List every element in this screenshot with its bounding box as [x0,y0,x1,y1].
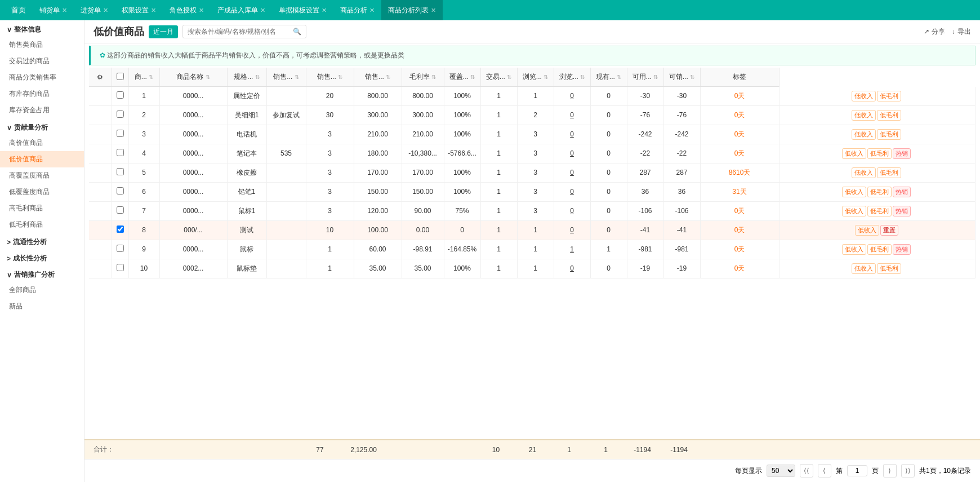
row-checkbox[interactable] [117,110,124,118]
per-page-select[interactable]: 50 100 [767,465,795,477]
sidebar-item-high-value[interactable]: 高价值商品 [0,135,84,151]
col-settings[interactable]: ⚙ [89,68,112,87]
row-checkbox[interactable] [117,91,124,99]
close-analysis-icon[interactable]: ✕ [369,7,375,14]
row-checkbox-cell[interactable] [112,87,128,106]
row-checkbox[interactable] [117,187,124,194]
prev-page-button[interactable]: ⟨ [818,464,831,477]
sidebar-section-contribution[interactable]: ∨ 贡献量分析 [0,118,84,135]
sidebar-item-sales-products[interactable]: 销售类商品 [0,37,84,53]
sidebar-item-stock-products[interactable]: 有库存的商品 [0,86,84,102]
search-box[interactable]: 🔍 [182,25,306,38]
col-coverage[interactable]: 覆盖... ⇅ [444,68,480,87]
row-transactions: 3 [517,201,554,220]
nav-purchase[interactable]: 进货单 ✕ [74,0,115,20]
col-spec[interactable]: 规格... ⇅ [227,68,266,87]
col-sales-gross[interactable]: 销售... ⇅ [354,68,402,87]
sidebar-item-stock-capital[interactable]: 库存资金占用 [0,102,84,118]
row-browse2: 0 [590,105,627,125]
nav-template[interactable]: 单据模板设置 ✕ [272,0,333,20]
close-purchase-icon[interactable]: ✕ [103,7,108,14]
sidebar-section-marketing[interactable]: ∨ 营销推广分析 [0,266,84,282]
row-checkbox[interactable] [117,149,124,156]
sidebar-item-low-margin[interactable]: 低毛利商品 [0,216,84,233]
row-id: 3 [128,125,159,144]
row-browse1[interactable]: 0 [554,201,590,220]
nav-sales[interactable]: 销货单 ✕ [33,0,74,20]
sidebar-section-overall[interactable]: ∨ 整体信息 [0,20,84,37]
nav-product-in[interactable]: 产成品入库单 ✕ [211,0,272,20]
row-browse1[interactable]: 0 [554,105,590,125]
row-name: 测试 [227,220,266,240]
export-button[interactable]: ↓ 导出 [952,27,971,37]
col-sellable[interactable]: 可销... ⇅ [663,68,700,87]
col-available[interactable]: 可用... ⇅ [627,68,663,87]
nav-product-analysis[interactable]: 商品分析 ✕ [333,0,381,20]
share-button[interactable]: ↗ 分享 [924,27,945,37]
row-checkbox-cell[interactable] [112,163,128,182]
row-checkbox[interactable] [117,130,124,137]
row-browse1[interactable]: 0 [554,87,590,106]
next-page-button[interactable]: ⟩ [883,464,897,477]
close-analysis-list-icon[interactable]: ✕ [431,7,436,14]
col-checkbox[interactable] [112,68,128,87]
col-transactions[interactable]: 交易... ⇅ [480,68,517,87]
row-checkbox-cell[interactable] [112,144,128,163]
page-input[interactable] [847,465,867,476]
col-sales-amount[interactable]: 销售... ⇅ [306,68,354,87]
row-checkbox[interactable] [117,245,124,252]
close-role-icon[interactable]: ✕ [199,7,204,14]
col-tags[interactable]: 标签 [700,68,779,87]
sidebar-item-high-margin[interactable]: 高毛利商品 [0,200,84,216]
col-num[interactable]: 商... ⇅ [128,68,159,87]
sidebar-section-growth[interactable]: > 成长性分析 [0,249,84,266]
row-checkbox-cell[interactable] [112,201,128,220]
row-browse1[interactable]: 0 [554,259,590,278]
col-current-stock[interactable]: 现有... ⇅ [590,68,627,87]
date-filter-button[interactable]: 近一月 [149,25,178,38]
close-sales-icon[interactable]: ✕ [62,7,67,14]
row-checkbox-cell[interactable] [112,125,128,144]
col-sales-qty[interactable]: 销售... ⇅ [266,68,306,87]
sidebar-item-low-value[interactable]: 低价值商品 [0,151,84,167]
col-gross-rate[interactable]: 毛利率 ⇅ [402,68,444,87]
row-checkbox[interactable] [117,206,124,214]
row-checkbox-cell[interactable] [112,220,128,240]
sidebar-item-high-coverage[interactable]: 高覆盖度商品 [0,167,84,184]
close-template-icon[interactable]: ✕ [322,7,327,14]
nav-role-auth[interactable]: 角色授权 ✕ [163,0,211,20]
nav-permissions[interactable]: 权限设置 ✕ [115,0,163,20]
row-browse2: 0 [590,182,627,201]
close-permissions-icon[interactable]: ✕ [151,7,156,14]
search-input[interactable] [188,28,291,36]
sidebar-item-new-products[interactable]: 新品 [0,298,84,315]
row-checkbox[interactable] [117,168,124,175]
sidebar-item-traded-products[interactable]: 交易过的商品 [0,53,84,69]
select-all-checkbox[interactable] [117,73,124,80]
col-browse2[interactable]: 浏览... ⇅ [554,68,590,87]
sidebar-item-low-coverage[interactable]: 低覆盖度商品 [0,184,84,200]
row-checkbox-cell[interactable] [112,182,128,201]
row-browse1[interactable]: 0 [554,163,590,182]
row-browse1[interactable]: 0 [554,144,590,163]
col-browse1[interactable]: 浏览... ⇅ [517,68,554,87]
row-checkbox[interactable] [117,225,124,233]
row-checkbox[interactable] [117,264,124,271]
row-browse1[interactable]: 0 [554,182,590,201]
row-checkbox-cell[interactable] [112,240,128,259]
col-name[interactable]: 商品名称 ⇅ [159,68,227,87]
settings-icon[interactable]: ⚙ [97,73,103,81]
close-product-in-icon[interactable]: ✕ [260,7,265,14]
last-page-button[interactable]: ⟩⟩ [901,464,915,477]
row-browse1[interactable]: 1 [554,240,590,259]
row-checkbox-cell[interactable] [112,259,128,278]
row-browse1[interactable]: 0 [554,220,590,240]
row-checkbox-cell[interactable] [112,105,128,125]
nav-home[interactable]: 首页 [5,0,33,20]
sidebar-item-category-rate[interactable]: 商品分类销售率 [0,69,84,86]
nav-analysis-list[interactable]: 商品分析列表 ✕ [381,0,443,20]
first-page-button[interactable]: ⟨⟨ [800,464,813,477]
sidebar-item-all-products[interactable]: 全部商品 [0,282,84,298]
row-browse1[interactable]: 0 [554,125,590,144]
sidebar-section-circulation[interactable]: > 流通性分析 [0,233,84,249]
